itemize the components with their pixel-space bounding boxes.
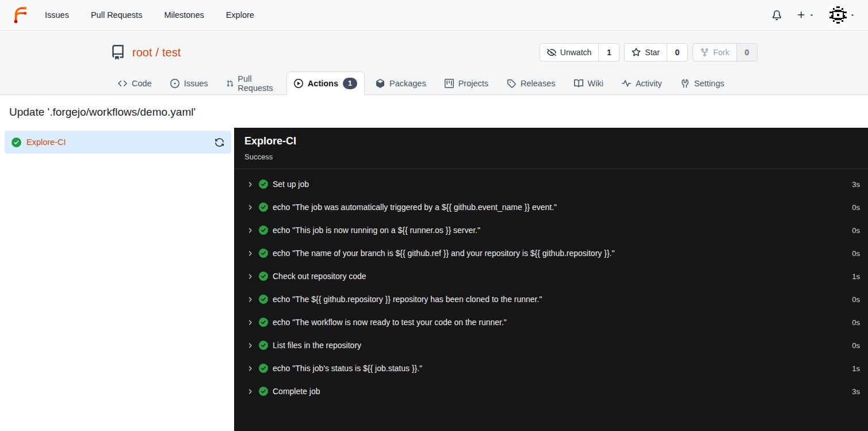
tab-releases[interactable]: Releases — [499, 71, 563, 94]
check-circle-icon — [259, 295, 268, 304]
step-row[interactable]: List files in the repository 0s — [234, 334, 868, 357]
check-circle-icon — [259, 272, 268, 281]
step-duration: 0s — [852, 203, 860, 212]
step-name: Check out repository code — [273, 272, 366, 281]
jobs-sidebar: Explore-CI — [0, 128, 234, 431]
step-row[interactable]: echo "The name of your branch is ${{ git… — [234, 242, 868, 265]
chevron-right-icon — [246, 365, 254, 372]
job-name: Explore-CI — [26, 138, 66, 147]
repo-tabs: Code Issues Pull Requests Actions 1 Pack… — [110, 71, 758, 94]
step-row[interactable]: echo "This job's status is ${{ job.statu… — [234, 357, 868, 380]
step-duration: 1s — [852, 364, 860, 373]
fork-icon — [700, 48, 709, 57]
chevron-down-icon — [809, 12, 815, 18]
watchers-count[interactable]: 1 — [598, 44, 619, 61]
job-item-explore-ci[interactable]: Explore-CI — [5, 131, 231, 154]
chevron-right-icon — [246, 273, 254, 280]
tab-label: Code — [132, 79, 152, 88]
step-duration: 1s — [852, 272, 860, 281]
step-row[interactable]: Check out repository code 1s — [234, 265, 868, 288]
unwatch-button[interactable]: Unwatch 1 — [540, 43, 620, 62]
navbar-right — [772, 6, 855, 24]
tab-code[interactable]: Code — [110, 71, 159, 94]
package-icon — [376, 79, 385, 88]
rerun-sync-icon[interactable] — [215, 138, 224, 147]
check-circle-icon — [259, 318, 268, 327]
tab-label: Issues — [184, 79, 208, 88]
issue-opened-icon — [170, 79, 179, 88]
git-pull-request-icon — [227, 79, 234, 88]
step-row[interactable]: echo "This job is now running on a ${{ r… — [234, 219, 868, 242]
chevron-right-icon — [246, 204, 254, 211]
workflow-run-title: Update '.forgejo/workflows/demo.yaml' — [0, 95, 868, 128]
step-row[interactable]: Set up job 3s — [234, 173, 868, 196]
step-row[interactable]: echo "The job was automatically triggere… — [234, 196, 868, 219]
check-circle-icon — [259, 203, 268, 212]
tab-wiki[interactable]: Wiki — [567, 71, 611, 94]
repo-icon — [110, 45, 125, 60]
tab-pull-requests[interactable]: Pull Requests — [219, 71, 283, 94]
check-circle-icon — [259, 180, 268, 189]
navbar-item-milestones[interactable]: Milestones — [164, 10, 204, 20]
breadcrumb-separator: / — [155, 46, 159, 59]
step-row[interactable]: Complete job 3s — [234, 380, 868, 403]
book-icon — [574, 79, 583, 88]
tab-actions[interactable]: Actions 1 — [286, 71, 365, 95]
play-circle-icon — [294, 79, 303, 88]
repo-breadcrumb: root / test — [132, 46, 181, 59]
step-duration: 0s — [852, 226, 860, 235]
step-name: echo "This job's status is ${{ job.statu… — [273, 364, 422, 373]
step-duration: 0s — [852, 341, 860, 350]
chevron-down-icon — [850, 12, 855, 18]
star-label: Star — [645, 48, 660, 57]
step-duration: 0s — [852, 318, 860, 327]
step-duration: 0s — [852, 249, 860, 258]
forgejo-logo-icon[interactable] — [12, 6, 29, 24]
run-main: Explore-CI Explore-CI Success Set up job… — [0, 128, 868, 431]
eye-slash-icon — [547, 48, 556, 57]
tab-settings[interactable]: Settings — [673, 71, 732, 94]
step-duration: 3s — [852, 180, 860, 189]
job-steps-list: Set up job 3s echo "The job was automati… — [234, 169, 868, 403]
code-icon — [118, 79, 127, 88]
navbar-item-explore[interactable]: Explore — [226, 10, 254, 20]
chevron-right-icon — [246, 227, 254, 234]
tab-label: Packages — [389, 79, 426, 88]
star-button[interactable]: Star 0 — [624, 43, 688, 62]
repo-owner-link[interactable]: root — [132, 46, 152, 59]
stars-count[interactable]: 0 — [667, 44, 687, 61]
chevron-right-icon — [246, 342, 254, 349]
chevron-right-icon — [246, 181, 254, 188]
check-circle-icon — [259, 341, 268, 350]
tag-icon — [507, 79, 516, 88]
step-row[interactable]: echo "The ${{ github.repository }} repos… — [234, 288, 868, 311]
unwatch-label: Unwatch — [560, 48, 591, 57]
repo-name-link[interactable]: test — [162, 46, 181, 59]
tab-projects[interactable]: Projects — [437, 71, 496, 94]
navbar-item-pull-requests[interactable]: Pull Requests — [91, 10, 142, 20]
tab-packages[interactable]: Packages — [368, 71, 434, 94]
repo-header: root / test Unwatch 1 Star 0 — [0, 30, 868, 95]
tab-label: Projects — [458, 79, 488, 88]
user-menu[interactable] — [829, 6, 855, 24]
job-log-header: Explore-CI Success — [234, 128, 868, 169]
avatar — [829, 6, 847, 24]
create-new-menu[interactable] — [797, 10, 815, 20]
check-circle-icon — [259, 226, 268, 235]
step-row[interactable]: echo "The workflow is now ready to test … — [234, 311, 868, 334]
notifications-bell-icon[interactable] — [772, 10, 782, 20]
fork-button: Fork 0 — [693, 43, 758, 62]
check-circle-icon — [259, 249, 268, 258]
tab-issues[interactable]: Issues — [163, 71, 216, 94]
step-name: Complete job — [273, 387, 320, 396]
step-name: echo "This job is now running on a ${{ r… — [273, 226, 480, 235]
step-name: Set up job — [273, 180, 309, 189]
repo-action-buttons: Unwatch 1 Star 0 Fork 0 — [540, 43, 758, 62]
tab-activity[interactable]: Activity — [614, 71, 670, 94]
chevron-right-icon — [246, 250, 254, 257]
navbar-item-issues[interactable]: Issues — [45, 10, 69, 20]
tab-label: Releases — [521, 79, 555, 88]
step-duration: 3s — [852, 387, 860, 396]
check-circle-icon — [259, 364, 268, 373]
forks-count: 0 — [736, 44, 757, 61]
